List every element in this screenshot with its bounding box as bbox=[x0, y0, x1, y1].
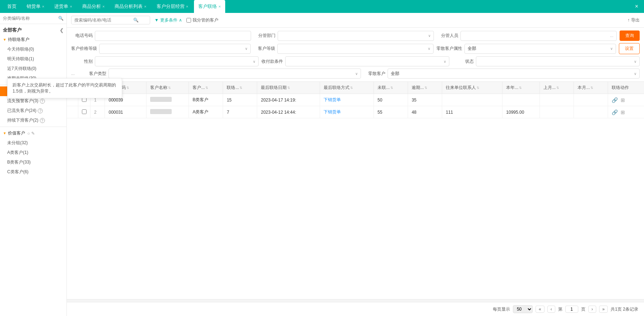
tab-customer-contact[interactable]: 客户联络 × bbox=[194, 0, 225, 13]
more-filter-button[interactable]: ▼ 更多条件 ∧ bbox=[154, 17, 182, 23]
sidebar-item-7days-pending[interactable]: 近7天待联络(0) bbox=[0, 64, 66, 74]
row1-last-contact-method: 下销货单 bbox=[320, 94, 374, 106]
row1-overdue: 35 bbox=[408, 94, 442, 106]
row2-this-month bbox=[574, 106, 608, 118]
sidebar-item-churned[interactable]: 已流失客户(24) ? bbox=[0, 106, 66, 115]
col-not-contacted[interactable]: 未联... ⇅ bbox=[374, 82, 408, 94]
tab-product-analysis[interactable]: 商品分析 × bbox=[78, 0, 109, 13]
sidebar-item-ungrouped[interactable]: 未分组(32) bbox=[0, 138, 66, 148]
col-contacts[interactable]: 联络... ⇅ bbox=[223, 82, 257, 94]
filter-row-4: ... 客户类型 ∨ 零散客户 全部 ∨ bbox=[71, 69, 640, 79]
row2-last-contact-method: 下销货单 bbox=[320, 106, 374, 118]
row2-link-icon[interactable]: 🔗 bbox=[612, 109, 618, 115]
retail-attr-select[interactable]: 全部 ∨ bbox=[464, 44, 616, 54]
col-this-month[interactable]: 本月... ⇅ bbox=[574, 82, 608, 94]
sidebar-group-pending-contact[interactable]: ▼ 待联络客户 bbox=[0, 35, 66, 44]
customer-grade-select[interactable]: ∨ bbox=[277, 44, 433, 54]
sidebar-search-icon[interactable]: 🔍 bbox=[58, 16, 64, 21]
value-group-circle-icon[interactable]: ○ bbox=[27, 131, 30, 136]
status-select[interactable]: ∨ bbox=[476, 56, 640, 66]
row2-last-contact-method-link[interactable]: 下销货单 bbox=[324, 109, 341, 114]
next-page-button[interactable]: › bbox=[588, 306, 596, 313]
filter-row-1: 电话号码 分管部门 ∨ 分管人员 … 查询 bbox=[71, 30, 640, 41]
last-page-button[interactable]: » bbox=[599, 306, 608, 313]
tab-purchase-order[interactable]: 进货单 × bbox=[50, 0, 76, 13]
tab-purchase-order-close[interactable]: × bbox=[70, 4, 72, 9]
manager-select[interactable]: … bbox=[460, 31, 617, 41]
col-overdue[interactable]: 逾期... ⇅ bbox=[408, 82, 442, 94]
col-last-contact-date[interactable]: 最后联络日期 ⇅ bbox=[257, 82, 320, 94]
value-group-edit-icon[interactable]: ✎ bbox=[31, 131, 35, 136]
sidebar-item-tomorrow-pending[interactable]: 明天待联络(1) bbox=[0, 54, 66, 64]
sidebar-item-a-class[interactable]: A类客户(1) bbox=[0, 148, 66, 157]
phone-input[interactable] bbox=[95, 31, 251, 41]
tab-product-analysis-list[interactable]: 商品分析列表 × bbox=[110, 0, 150, 13]
settings-button[interactable]: 设置 bbox=[619, 43, 640, 54]
table-row: 2 000031 A类客户 7 2023-04-12 14:44: 下销货单 5… bbox=[67, 106, 644, 118]
filter-form: 电话号码 分管部门 ∨ 分管人员 … 查询 bbox=[67, 28, 644, 82]
row1-grid-icon[interactable]: ⊞ bbox=[621, 97, 625, 103]
row1-action: 🔗 ⊞ bbox=[608, 94, 644, 106]
col-last-contact-method[interactable]: 最后联络方式 ⇅ bbox=[320, 82, 374, 94]
col-this-year[interactable]: 本年... ⇅ bbox=[502, 82, 540, 94]
content-area: 🔍 ▼ 更多条件 ∧ 我分管的客户 ↑ 导出 电话号码 bbox=[67, 13, 644, 316]
filter-chevron: ∧ bbox=[179, 18, 182, 23]
gender-select[interactable]: ∨ bbox=[95, 56, 259, 66]
tab-customer-tiered-close[interactable]: × bbox=[186, 4, 188, 9]
filter-field-retail-customer: 零散客户 全部 ∨ bbox=[364, 69, 640, 79]
col-customer-name[interactable]: 客户名称 ⇅ bbox=[146, 82, 189, 94]
col-last-month[interactable]: 上月... ⇅ bbox=[540, 82, 574, 94]
page-input[interactable] bbox=[565, 306, 578, 313]
phone-label: 电话号码 bbox=[71, 33, 93, 39]
first-page-button[interactable]: « bbox=[536, 306, 545, 313]
tab-product-analysis-close[interactable]: × bbox=[102, 4, 105, 9]
sidebar-collapse-icon[interactable]: ❮ bbox=[60, 28, 64, 33]
info-icon-4: ? bbox=[40, 118, 45, 123]
tab-home[interactable]: 首页 bbox=[3, 0, 21, 13]
retail-customer-select[interactable]: 全部 ∨ bbox=[388, 69, 640, 79]
price-grade-select[interactable]: ∨ bbox=[99, 44, 251, 54]
col-action: 联络动作 bbox=[608, 82, 644, 94]
tab-sales-order[interactable]: 销货单 × bbox=[22, 0, 48, 13]
row1-this-month bbox=[574, 94, 608, 106]
row2-checkbox-cell[interactable] bbox=[78, 106, 91, 118]
customer-type-select[interactable]: ∨ bbox=[108, 69, 361, 79]
filter-field-gender: 性别 ∨ bbox=[71, 56, 259, 66]
tab-customer-contact-close[interactable]: × bbox=[218, 4, 221, 9]
export-button[interactable]: ↑ 导出 bbox=[627, 17, 640, 23]
tab-sales-order-close[interactable]: × bbox=[42, 4, 44, 9]
filter-field-customer-grade: 客户等级 ∨ bbox=[254, 44, 433, 54]
col-unit-contacts[interactable]: 往来单位联系人 ⇅ bbox=[442, 82, 502, 94]
row2-grid-icon[interactable]: ⊞ bbox=[621, 109, 625, 115]
search-input-icon[interactable]: 🔍 bbox=[133, 18, 139, 23]
filter-field-status: 状态 ∨ bbox=[452, 56, 640, 66]
my-customer-checkbox-wrap[interactable]: 我分管的客户 bbox=[186, 17, 218, 23]
col-grade[interactable]: 客户... ⇅ bbox=[189, 82, 223, 94]
row2-checkbox[interactable] bbox=[82, 109, 87, 114]
filter-more-button[interactable]: ... bbox=[71, 71, 75, 76]
tab-customer-tiered[interactable]: 客户分层经营 × bbox=[152, 0, 193, 13]
query-button[interactable]: 查询 bbox=[620, 30, 640, 41]
search-input[interactable] bbox=[74, 18, 132, 23]
prev-page-button[interactable]: ‹ bbox=[547, 306, 555, 313]
filter-icon: ▼ bbox=[154, 18, 159, 23]
tab-product-analysis-list-close[interactable]: × bbox=[144, 4, 146, 9]
filter-field-customer-type: 客户类型 ∨ bbox=[85, 69, 361, 79]
dept-select[interactable]: ∨ bbox=[278, 31, 434, 41]
per-page-select[interactable]: 50 20 100 bbox=[513, 305, 533, 313]
row1-link-icon[interactable]: 🔗 bbox=[612, 97, 618, 103]
payment-select[interactable]: ∨ bbox=[285, 56, 449, 66]
sidebar-search-input[interactable] bbox=[3, 16, 57, 21]
nav-close-button[interactable]: × bbox=[632, 3, 641, 10]
sidebar-item-today-pending[interactable]: 今天待联络(0) bbox=[0, 44, 66, 54]
sidebar-item-declining[interactable]: 持续下滑客户(2) ? bbox=[0, 115, 66, 125]
horizontal-scrollbar[interactable] bbox=[67, 299, 644, 302]
sort-icon-last-month: ⇅ bbox=[556, 86, 559, 90]
my-customer-checkbox[interactable] bbox=[186, 18, 191, 23]
total-records-label: 共1页 2条记录 bbox=[611, 306, 638, 312]
sidebar-item-b-class[interactable]: B类客户(33) bbox=[0, 157, 66, 167]
row1-last-contact-method-link[interactable]: 下销货单 bbox=[324, 97, 341, 102]
sidebar-item-c-class[interactable]: C类客户(6) bbox=[0, 167, 66, 177]
export-icon: ↑ bbox=[627, 18, 630, 23]
table-area: ⚙ # 客户编码 ⇅ 客户名称 bbox=[67, 82, 644, 299]
